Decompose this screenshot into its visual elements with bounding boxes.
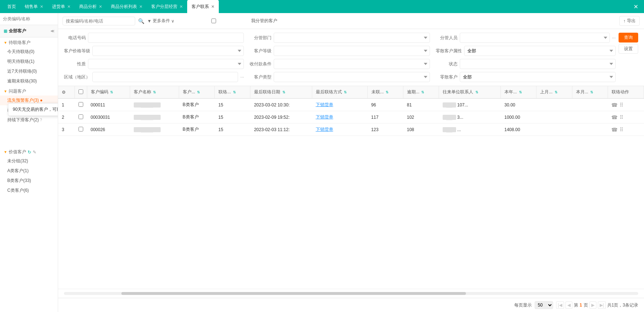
row-action-icons: ☎ ⠿	[608, 98, 644, 111]
export-button[interactable]: ↑ 导出	[619, 16, 640, 26]
col-last-contact-method[interactable]: 最后联络方式 ⇅	[312, 86, 368, 98]
refresh-value-icon[interactable]: ↻	[28, 150, 31, 155]
query-button[interactable]: 查询	[619, 33, 638, 42]
more-action-icon[interactable]: ⠿	[620, 114, 623, 120]
dept-select[interactable]	[274, 33, 430, 43]
contact-icon[interactable]: ☎	[611, 127, 617, 133]
tab-product-analysis[interactable]: 商品分析 ✕	[75, 0, 106, 13]
row-action-icons: ☎ ⠿	[608, 111, 644, 123]
col-contact[interactable]: 联络... ⇅	[215, 86, 250, 98]
per-page-select[interactable]: 50 100 200	[535, 301, 553, 309]
code-sort-icon: ⇅	[110, 90, 113, 94]
retail-customer-select[interactable]: 全部	[460, 72, 616, 82]
person-sort-icon: ⇅	[475, 90, 478, 94]
search-button[interactable]: 🔍	[138, 18, 144, 24]
phone-input[interactable]	[88, 33, 244, 43]
more-action-icon[interactable]: ⠿	[620, 127, 623, 133]
edit-value-icon[interactable]: ✎	[33, 150, 36, 155]
col-this-year[interactable]: 本年... ⇅	[501, 86, 536, 98]
region-more-icon[interactable]: ···	[240, 74, 244, 80]
close-tab-sales[interactable]: ✕	[40, 4, 43, 9]
retail-attr-select[interactable]: 全部	[464, 46, 616, 56]
col-name[interactable]: 客户名称 ⇅	[130, 86, 179, 98]
sidebar: 🔍 ⊞ 全部客户 ≪ ▼ 待联络客户 今天待联络(0) 明天待联络(1) 近7天…	[0, 13, 58, 312]
sidebar-item-class-a[interactable]: A类客户(1)	[0, 166, 58, 176]
region-input[interactable]	[92, 72, 238, 82]
tab-sales[interactable]: 销售单 ✕	[20, 0, 48, 13]
prev-page-button[interactable]: ◀	[565, 301, 572, 309]
more-conditions-button[interactable]: ▼ 更多条件 ∨	[147, 18, 174, 24]
settings-gear-icon[interactable]: ⚙	[62, 90, 66, 95]
person-label: 分管人员	[436, 35, 458, 41]
col-last-month[interactable]: 上月... ⇅	[536, 86, 572, 98]
tab-customer-segmentation[interactable]: 客户分层经营 ✕	[147, 0, 187, 13]
tab-product-analysis-list[interactable]: 商品分析列表 ✕	[106, 0, 147, 13]
price-level-select[interactable]	[92, 46, 244, 56]
customer-level-select[interactable]	[274, 46, 430, 56]
tab-purchase[interactable]: 进货单 ✕	[48, 0, 75, 13]
settings-button[interactable]: 设置	[619, 44, 638, 54]
sidebar-search-input[interactable]	[3, 16, 57, 21]
close-tab-product-analysis-list[interactable]: ✕	[139, 4, 142, 9]
row-checkbox[interactable]	[75, 123, 87, 136]
nature-select[interactable]	[88, 59, 244, 69]
row-this-month	[572, 98, 608, 111]
sidebar-item-class-c[interactable]: C类客户(6)	[0, 186, 58, 195]
contact-icon[interactable]: ☎	[611, 102, 617, 108]
type-sort-icon: ⇅	[197, 90, 200, 94]
sidebar-item-tomorrow-contact[interactable]: 明天待联络(1)	[0, 57, 58, 66]
tab-home[interactable]: 首页	[3, 0, 20, 13]
next-page-button[interactable]: ▶	[589, 301, 596, 309]
sidebar-item-today-contact[interactable]: 今天待联络(0)	[0, 47, 58, 57]
col-checkbox	[75, 86, 87, 98]
row-customer-type: B类客户	[179, 111, 215, 123]
col-contact-person[interactable]: 往来单位联系人 ⇅	[439, 86, 501, 98]
last-page-button[interactable]: ▶|	[598, 301, 606, 309]
tab-customer-contact[interactable]: 客户联系 ✕	[187, 0, 219, 13]
filter-payment: 收付款条件	[250, 59, 430, 69]
search-input[interactable]	[63, 17, 135, 25]
sidebar-item-ungrouped[interactable]: 未分组(32)	[0, 156, 58, 166]
window-close-button[interactable]: ✕	[631, 3, 641, 10]
horizontal-scrollbar[interactable]	[64, 292, 638, 295]
sidebar-all-customers[interactable]: ⊞ 全部客户 ≪	[0, 25, 58, 37]
filter-row-1: 电话号码 分管部门 分管人员	[64, 33, 616, 43]
my-customers-checkbox[interactable]	[177, 19, 250, 23]
sidebar-item-7days-contact[interactable]: 近7天待联络(0)	[0, 66, 58, 76]
my-customers-checkbox-area: 我分管的客户	[177, 18, 277, 24]
sidebar-item-class-b[interactable]: B类客户(33)	[0, 176, 58, 186]
close-tab-purchase[interactable]: ✕	[67, 4, 71, 9]
col-not-contacted[interactable]: 未联... ⇅	[367, 86, 403, 98]
row-this-year: 1000.00	[501, 111, 536, 123]
col-last-contact-date[interactable]: 最后联络日期 ⇅	[250, 86, 312, 98]
close-tab-product-analysis[interactable]: ✕	[99, 4, 102, 9]
close-tab-customer-contact[interactable]: ✕	[211, 4, 214, 9]
first-page-button[interactable]: |◀	[556, 301, 564, 309]
sidebar-item-overdue-contact[interactable]: 逾期未联络(30)	[0, 76, 58, 86]
row-checkbox[interactable]	[75, 111, 87, 123]
col-customer-type[interactable]: 客户... ⇅	[179, 86, 215, 98]
col-this-month[interactable]: 本月... ⇅	[572, 86, 608, 98]
row-contact-person: ██ ...	[439, 123, 501, 136]
section-arrow: ▼	[4, 41, 7, 45]
name-sort-icon: ⇅	[153, 90, 156, 94]
row-last-method[interactable]: 下销货单	[312, 98, 368, 111]
more-action-icon[interactable]: ⠿	[620, 102, 623, 108]
customer-type-select[interactable]	[274, 72, 430, 82]
contact-icon[interactable]: ☎	[611, 114, 617, 120]
row-last-method[interactable]: 下销货单	[312, 111, 368, 123]
col-overdue[interactable]: 逾期... ⇅	[403, 86, 439, 98]
select-all-checkbox[interactable]	[79, 89, 83, 94]
payment-select[interactable]	[274, 59, 430, 69]
person-select[interactable]	[460, 33, 610, 43]
export-icon: ↑	[623, 19, 625, 24]
row-checkbox[interactable]	[75, 98, 87, 111]
row-last-method[interactable]: 下销货单	[312, 123, 368, 136]
col-actions: 联络动作	[608, 86, 644, 98]
person-more-icon[interactable]: ···	[612, 35, 616, 40]
close-tab-customer-segmentation[interactable]: ✕	[180, 4, 183, 9]
status-select[interactable]	[460, 59, 616, 69]
sidebar-item-declining[interactable]: 持续下滑客户(2) ?	[0, 115, 58, 125]
row-contact: 15	[215, 123, 250, 136]
col-code[interactable]: 客户编码 ⇅	[87, 86, 130, 98]
